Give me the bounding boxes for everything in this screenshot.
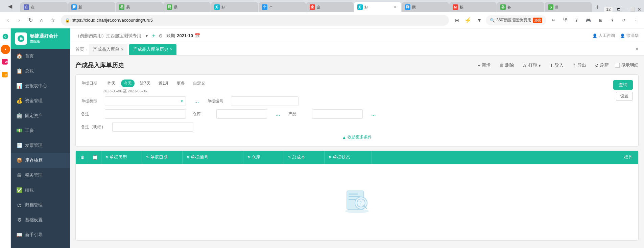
account-dropdown-btn[interactable]: ▼: [145, 33, 149, 38]
remark-filter-input[interactable]: [105, 109, 186, 119]
game-btn[interactable]: 🎮: [583, 16, 594, 25]
th-check[interactable]: [89, 151, 101, 164]
type-filter-select[interactable]: ▾: [105, 96, 186, 106]
setup-button[interactable]: 设置: [616, 92, 633, 101]
tab-warehousing[interactable]: 产成品入库单 ×: [89, 44, 127, 55]
sidebar-item-tax[interactable]: 🏛 税务管理: [11, 168, 70, 183]
browser-extensions-btn[interactable]: ⊞: [452, 16, 462, 25]
scissors-btn[interactable]: ✂: [549, 16, 558, 25]
warehouse-filter-dots[interactable]: ...: [274, 111, 282, 117]
nav-refresh-button[interactable]: ↻: [26, 16, 35, 25]
product-filter-dots[interactable]: ...: [369, 111, 377, 117]
tab-history[interactable]: 产成品入库单历史 ×: [129, 44, 176, 55]
collapse-more-btn[interactable]: ▲ 收起更多条件: [81, 132, 633, 141]
nav-forward-button[interactable]: ›: [15, 16, 24, 25]
account-user-btn[interactable]: 👤 徐泽华: [620, 33, 639, 39]
sidebar-item-funds[interactable]: 💰 资金管理: [11, 93, 70, 108]
browser-lightning-btn[interactable]: ⚡: [463, 16, 473, 25]
show-detail-checkbox[interactable]: [615, 63, 620, 68]
sidebar-item-settings[interactable]: ⚙ 基础设置: [11, 212, 70, 227]
browser-icon-4[interactable]: ✉: [1, 70, 10, 80]
th-warehouse[interactable]: ⇅ 仓库: [243, 151, 284, 164]
toolbar-more-btn[interactable]: ⟳: [620, 16, 628, 25]
tab-warehousing-close[interactable]: ×: [121, 47, 123, 52]
nav-home-button[interactable]: ⌂: [37, 16, 46, 25]
th-status[interactable]: ⇅ 单据状态: [325, 151, 372, 164]
tab-10[interactable]: M 畅: [449, 2, 497, 12]
date-btn-1month[interactable]: 近1月: [156, 80, 172, 87]
tab-history-close[interactable]: ×: [170, 47, 172, 52]
address-bar[interactable]: 🔒 https://cloud.chanjet.com/accounting/u…: [61, 15, 449, 26]
type-filter-dots[interactable]: ...: [193, 98, 200, 104]
show-detail-toggle[interactable]: 显示明细: [615, 62, 639, 68]
date-btn-7days[interactable]: 近7天: [137, 80, 153, 87]
search-bar[interactable]: 🔍 360智能抠图免费用 热搜: [486, 15, 546, 25]
new-action-btn[interactable]: + 新增: [475, 61, 493, 70]
account-add-btn[interactable]: +: [152, 33, 155, 39]
browser-dropdown-btn[interactable]: ▾: [475, 16, 484, 25]
tab-12[interactable]: S 目: [545, 2, 592, 12]
th-date[interactable]: ⇅ 单据日期: [142, 151, 183, 164]
breadcrumb-home-link[interactable]: 首页: [75, 46, 84, 52]
date-btn-today[interactable]: 今天: [121, 80, 135, 87]
tab-9[interactable]: 腾 腾: [402, 2, 449, 12]
account-service-btn[interactable]: 👤 人工咨询: [592, 33, 615, 39]
page-panel-close-btn[interactable]: ×: [635, 46, 639, 53]
sidebar-item-inventory[interactable]: 📦 库存核算: [11, 153, 70, 168]
query-button[interactable]: 查询: [613, 80, 633, 90]
date-btn-more[interactable]: 更多: [174, 80, 188, 87]
product-filter-select[interactable]: [312, 109, 363, 119]
th-type[interactable]: ⇅ 单据类型: [101, 151, 142, 164]
window-minimize-btn[interactable]: —: [623, 7, 628, 12]
tab-1[interactable]: 在 在: [20, 2, 68, 12]
delete-action-btn[interactable]: 🗑 删除: [497, 61, 517, 70]
table-select-all-checkbox[interactable]: [93, 155, 97, 160]
browser-icon-3[interactable]: W: [1, 58, 10, 67]
th-number[interactable]: ⇅ 单据编号: [183, 151, 243, 164]
tab-8[interactable]: 好 好 ×: [354, 2, 401, 12]
window-maximize-btn[interactable]: ⬜: [630, 7, 635, 12]
tab-8-close[interactable]: ×: [392, 4, 398, 10]
account-period-value[interactable]: 2021-10: [177, 33, 193, 38]
sidebar-item-ledger[interactable]: 📋 总账: [11, 64, 70, 78]
tab-4[interactable]: 易 易: [163, 2, 211, 12]
nav-back-button[interactable]: ‹: [3, 16, 13, 25]
th-settings[interactable]: ⚙: [76, 151, 89, 164]
account-calendar-btn[interactable]: 📅: [195, 33, 200, 38]
th-cost[interactable]: ⇅ 总成本: [284, 151, 325, 164]
warehouse-filter-select[interactable]: [216, 109, 267, 119]
tab-7[interactable]: 企 企: [306, 2, 354, 12]
translate-btn[interactable]: 译: [560, 16, 570, 25]
tab-2[interactable]: 新 新: [68, 2, 115, 12]
sidebar-item-checkout[interactable]: ✅ 结账: [11, 183, 70, 198]
tab-6[interactable]: 个 个: [259, 2, 306, 12]
tab-new-button[interactable]: +: [592, 2, 602, 12]
grid-btn[interactable]: ⊞: [596, 16, 605, 25]
refresh-action-btn[interactable]: ↺ 刷新: [592, 61, 612, 70]
date-btn-custom[interactable]: 自定义: [190, 80, 208, 87]
tab-5[interactable]: 好 好: [211, 2, 258, 12]
yuan-btn[interactable]: ¥: [573, 16, 580, 25]
window-close-btn[interactable]: ✕: [637, 7, 641, 12]
number-filter-input[interactable]: [231, 96, 299, 106]
export-action-btn[interactable]: ⤒ 导出: [570, 61, 589, 70]
sidebar-item-archive[interactable]: 🗂 归档管理: [11, 198, 70, 212]
detail-remark-filter-input[interactable]: [112, 122, 193, 132]
date-btn-yesterday[interactable]: 昨天: [105, 80, 118, 87]
tab-11[interactable]: 各 各: [497, 2, 544, 12]
toolbar-settings-btn[interactable]: ⋮: [631, 16, 641, 25]
sun-btn[interactable]: ☀: [608, 16, 617, 25]
browser-icon-1[interactable]: G: [1, 32, 10, 41]
account-settings-btn[interactable]: ⚙: [159, 33, 163, 39]
sidebar-item-invoice[interactable]: 🧾 发票管理: [11, 138, 70, 153]
browser-back-btn[interactable]: ◀: [5, 1, 15, 11]
nav-bookmark-button[interactable]: ☆: [48, 16, 57, 25]
sidebar-item-reports[interactable]: 📊 云报表中心: [11, 78, 70, 93]
sidebar-item-fixed-assets[interactable]: 🏢 固定资产: [11, 108, 70, 123]
sidebar-item-salary[interactable]: 💵 工资: [11, 123, 70, 138]
window-restore-btn[interactable]: 🗔: [616, 7, 621, 12]
tab-3[interactable]: 易 易: [116, 2, 163, 12]
sidebar-item-home[interactable]: 🏠 首页: [11, 49, 70, 64]
import-action-btn[interactable]: ⤓ 导入: [547, 61, 566, 70]
sidebar-item-guide[interactable]: 📖 新手引导: [11, 227, 70, 242]
